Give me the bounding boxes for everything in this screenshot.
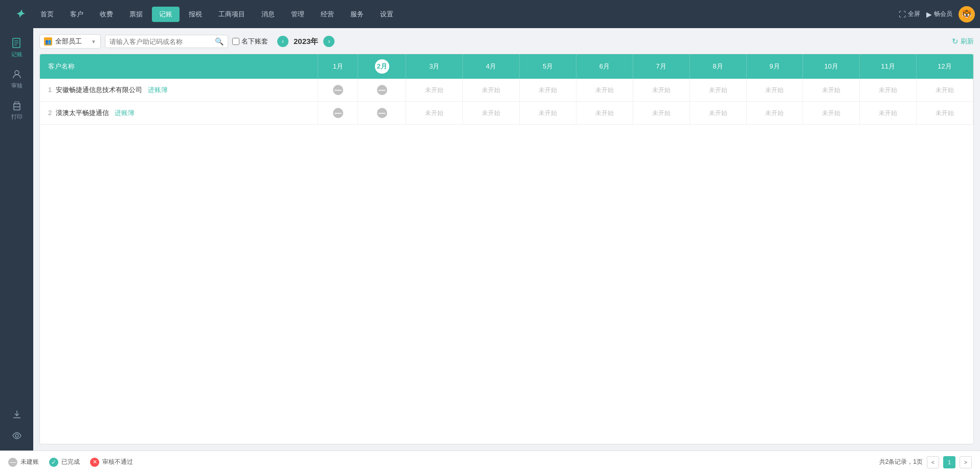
row1-index: 1 [48, 86, 52, 94]
row1-month9: 未开始 [746, 79, 803, 102]
vip-label: 畅会员 [934, 10, 952, 18]
nav-items: 首页 客户 收费 票据 记账 报税 工商项目 消息 管理 经营 服务 设置 [33, 7, 899, 22]
page-next-button[interactable]: > [960, 456, 972, 468]
sidebar-label-bookkeeping: 记账 [11, 51, 23, 58]
bookkeeping-table: 客户名称 1月 2月 3月 4月 5月 6月 7月 8月 9月 10月 11月 … [39, 54, 974, 444]
row2-month9: 未开始 [746, 102, 803, 125]
not-built-icon: — [8, 458, 17, 467]
completed-label: 已完成 [61, 458, 80, 466]
row2-month7: 未开始 [633, 102, 689, 125]
col-month-9: 9月 [746, 54, 803, 79]
nav-item-client[interactable]: 客户 [63, 7, 91, 22]
legend-not-built: — 未建账 [8, 458, 39, 467]
col-month-4: 4月 [463, 54, 520, 79]
row1-client-name: 安徽畅捷通信息技术有限公司 [56, 86, 142, 94]
row2-enter-link[interactable]: 进账簿 [115, 109, 135, 117]
col-month-5: 5月 [520, 54, 576, 79]
vip-button[interactable]: ▶ 畅会员 [926, 10, 952, 18]
row2-month6: 未开始 [576, 102, 633, 125]
legend-rejected: ✕ 审核不通过 [90, 458, 133, 467]
year-next-button[interactable]: › [323, 36, 335, 47]
nav-right: ⛶ 全屏 ▶ 畅会员 🐯 [899, 6, 975, 22]
nav-item-fee[interactable]: 收费 [93, 7, 120, 22]
row2-index: 2 [48, 109, 52, 117]
footer-right: 共2条记录，1页 < 1 > [879, 456, 972, 468]
nav-item-invoice[interactable]: 票据 [122, 7, 150, 22]
sidebar-item-print[interactable]: 打印 [0, 95, 33, 126]
not-built-label: 未建账 [20, 458, 39, 466]
user-avatar[interactable]: 🐯 [959, 6, 975, 22]
nav-item-message[interactable]: 消息 [254, 7, 282, 22]
row1-month11: 未开始 [860, 79, 917, 102]
row2-month4: 未开始 [463, 102, 520, 125]
row1-month3: 未开始 [406, 79, 463, 102]
row2-month11: 未开始 [860, 102, 917, 125]
nav-item-bookkeeping[interactable]: 记账 [152, 7, 180, 22]
search-input[interactable] [109, 38, 212, 46]
row2-month1: — [318, 102, 358, 125]
content-area: 👥 全部员工 ▼ 🔍 名下账套 ‹ 2023年 › ↻ 刷新 [33, 28, 980, 451]
nav-item-settings[interactable]: 设置 [373, 7, 400, 22]
fullscreen-button[interactable]: ⛶ 全屏 [899, 10, 920, 18]
row2-client-name: 漠澳太平畅捷通信 [56, 109, 109, 117]
nav-item-operation[interactable]: 经营 [314, 7, 341, 22]
print-icon [11, 100, 23, 111]
table-row: 1 安徽畅捷通信息技术有限公司 进账簿 — — 未开始 未开始 未开始 未开始 … [40, 79, 973, 102]
nav-item-business[interactable]: 工商项目 [211, 7, 252, 22]
sidebar-item-audit[interactable]: 审核 [0, 63, 33, 95]
total-text: 共2条记录，1页 [879, 458, 923, 466]
row1-month10: 未开始 [803, 79, 860, 102]
row1-month12: 未开始 [917, 79, 973, 102]
my-accounts-label: 名下账套 [241, 37, 268, 46]
footer: — 未建账 ✓ 已完成 ✕ 审核不通过 共2条记录，1页 < 1 > [0, 451, 980, 473]
year-prev-button[interactable]: ‹ [277, 36, 288, 47]
row1-enter-link[interactable]: 进账簿 [148, 86, 168, 94]
sidebar-label-audit: 审核 [11, 82, 23, 89]
row2-month5: 未开始 [520, 102, 576, 125]
bookkeeping-icon [11, 37, 23, 49]
col-month-7: 7月 [633, 54, 689, 79]
table-row: 2 漠澳太平畅捷通信 进账簿 — — 未开始 未开始 未开始 未开始 未开始 未… [40, 102, 973, 125]
page-prev-button[interactable]: < [927, 456, 939, 468]
minus-icon: — [333, 85, 343, 95]
svg-point-8 [15, 434, 18, 437]
nav-item-home[interactable]: 首页 [33, 7, 61, 22]
col-month-6: 6月 [576, 54, 633, 79]
sidebar-item-eye[interactable] [9, 425, 25, 446]
month-2-highlight: 2月 [375, 59, 389, 74]
year-navigation: ‹ 2023年 › [277, 36, 335, 47]
row1-month4: 未开始 [463, 79, 520, 102]
nav-item-service[interactable]: 服务 [343, 7, 371, 22]
table-header-row: 客户名称 1月 2月 3月 4月 5月 6月 7月 8月 9月 10月 11月 … [40, 54, 973, 79]
row1-month1: — [318, 79, 358, 102]
sidebar-item-download[interactable] [9, 403, 25, 425]
page-current-button[interactable]: 1 [943, 456, 955, 468]
employee-select-label: 全部员工 [55, 37, 88, 46]
employee-select[interactable]: 👥 全部员工 ▼ [39, 34, 101, 49]
employee-icon: 👥 [44, 37, 52, 46]
download-icon [11, 409, 23, 420]
col-month-1: 1月 [318, 54, 358, 79]
minus-icon: — [377, 85, 387, 95]
col-month-3: 3月 [406, 54, 463, 79]
refresh-button[interactable]: ↻ 刷新 [952, 37, 974, 46]
audit-icon [11, 69, 23, 80]
eye-icon [11, 430, 23, 441]
minus-icon: — [377, 108, 387, 118]
top-navigation: ✦ 首页 客户 收费 票据 记账 报税 工商项目 消息 管理 经营 服务 设置 … [0, 0, 980, 28]
nav-item-manage[interactable]: 管理 [284, 7, 311, 22]
my-accounts-check[interactable] [232, 38, 239, 45]
app-logo: ✦ [5, 8, 33, 21]
legend-completed: ✓ 已完成 [49, 458, 80, 467]
my-accounts-checkbox[interactable]: 名下账套 [232, 37, 268, 46]
sidebar-item-bookkeeping[interactable]: 记账 [0, 32, 33, 63]
nav-item-tax[interactable]: 报税 [182, 7, 209, 22]
play-icon: ▶ [926, 10, 932, 18]
fullscreen-label: 全屏 [908, 10, 920, 18]
main-layout: 记账 审核 打印 [0, 28, 980, 451]
refresh-label: 刷新 [961, 37, 974, 46]
svg-point-4 [15, 71, 19, 75]
search-icon[interactable]: 🔍 [215, 37, 224, 46]
minus-icon: — [333, 108, 343, 118]
row1-month5: 未开始 [520, 79, 576, 102]
